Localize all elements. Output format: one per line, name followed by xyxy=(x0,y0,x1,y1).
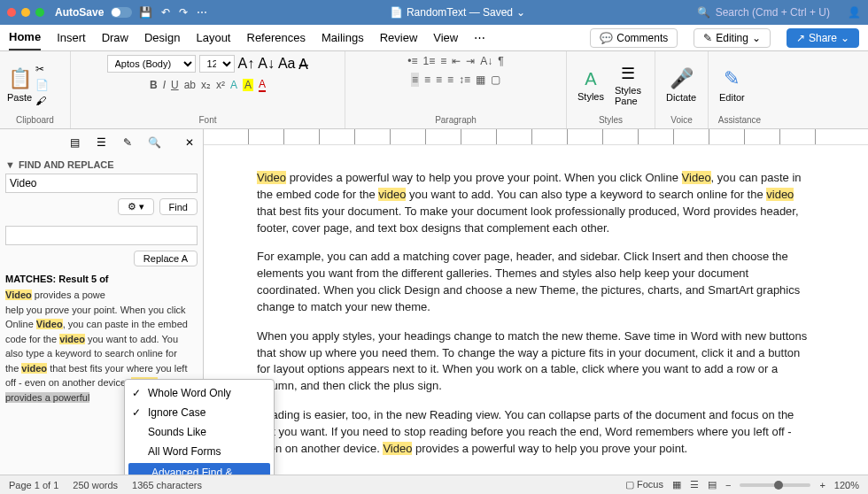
zoom-in[interactable]: + xyxy=(819,480,825,490)
editing-button[interactable]: ✎Editing⌄ xyxy=(694,28,771,48)
zoom-slider[interactable] xyxy=(740,483,810,487)
account-icon[interactable]: 👤 xyxy=(848,6,861,19)
justify-icon[interactable]: ≡ xyxy=(447,73,453,86)
focus-mode[interactable]: ▢ Focus xyxy=(625,479,663,490)
comment-icon: 💬 xyxy=(600,32,613,44)
review-tab-icon[interactable]: ✎ xyxy=(120,135,136,151)
find-input[interactable] xyxy=(5,174,198,193)
change-case-icon[interactable]: Aa xyxy=(278,56,296,72)
zoom-level[interactable]: 120% xyxy=(834,480,859,490)
clear-format-icon[interactable]: A̶ xyxy=(298,56,308,73)
styles-icon: A xyxy=(585,69,596,89)
menu-advanced-find[interactable]: Advanced Find & Replace... xyxy=(128,463,270,475)
comments-button[interactable]: 💬Comments xyxy=(590,28,678,48)
format-painter-icon[interactable]: 🖌 xyxy=(35,95,49,107)
maximize-window[interactable] xyxy=(35,8,44,17)
styles-pane-button[interactable]: ☰Styles Pane xyxy=(611,64,645,106)
char-count[interactable]: 1365 characters xyxy=(132,480,202,490)
underline-button[interactable]: U xyxy=(171,79,179,91)
document-title[interactable]: RandomText — Saved xyxy=(407,6,513,19)
decrease-indent-icon[interactable]: ⇤ xyxy=(452,55,461,67)
chevron-down-icon: ⌄ xyxy=(841,32,849,44)
numbering-icon[interactable]: 1≡ xyxy=(423,55,436,67)
shrink-font-icon[interactable]: A↓ xyxy=(258,56,275,72)
word-icon: 📄 xyxy=(390,6,403,19)
borders-icon[interactable]: ▢ xyxy=(491,73,500,86)
subscript-button[interactable]: x₂ xyxy=(201,79,211,91)
search-tab-icon[interactable]: 🔍 xyxy=(146,135,162,151)
align-right-icon[interactable]: ≡ xyxy=(436,73,442,86)
replace-input[interactable] xyxy=(5,226,198,245)
more-icon[interactable]: ⋯ xyxy=(197,6,207,19)
close-window[interactable] xyxy=(7,8,16,17)
menu-ignore-case[interactable]: Ignore Case xyxy=(125,403,274,422)
tab-insert[interactable]: Insert xyxy=(57,26,86,50)
align-left-icon[interactable]: ≡ xyxy=(411,73,419,87)
tab-references[interactable]: References xyxy=(247,26,306,50)
chevron-down-icon[interactable]: ⌄ xyxy=(516,6,525,19)
tab-home[interactable]: Home xyxy=(9,25,41,50)
view-outline-icon[interactable]: ▤ xyxy=(708,479,717,490)
tab-review[interactable]: Review xyxy=(380,26,418,50)
view-print-icon[interactable]: ▦ xyxy=(672,479,681,490)
page-indicator[interactable]: Page 1 of 1 xyxy=(9,480,58,490)
font-name-select[interactable]: Aptos (Body) xyxy=(107,55,196,73)
increase-indent-icon[interactable]: ⇥ xyxy=(466,55,475,67)
menu-sounds-like[interactable]: Sounds Like xyxy=(125,422,274,442)
search-box[interactable]: 🔍 Search (Cmd + Ctrl + U) xyxy=(697,6,830,19)
tabs-overflow[interactable]: ⋯ xyxy=(474,31,485,44)
zoom-out[interactable]: − xyxy=(725,480,731,490)
document-body[interactable]: Video provides a powerful way to help yo… xyxy=(204,145,868,475)
autosave-toggle[interactable] xyxy=(111,7,132,18)
undo-icon[interactable]: ↶ xyxy=(161,6,170,19)
headings-tab-icon[interactable]: ☰ xyxy=(93,135,109,151)
dictate-button[interactable]: 🎤Dictate xyxy=(663,67,700,103)
tab-draw[interactable]: Draw xyxy=(102,26,128,50)
redo-icon[interactable]: ↷ xyxy=(179,6,188,19)
minimize-window[interactable] xyxy=(21,8,30,17)
superscript-button[interactable]: x² xyxy=(216,79,225,91)
bold-button[interactable]: B xyxy=(150,79,158,91)
find-settings-button[interactable]: ⚙ ▾ xyxy=(118,198,154,215)
shading-icon[interactable]: ▦ xyxy=(476,73,485,86)
bullets-icon[interactable]: •≡ xyxy=(407,55,417,67)
traffic-lights xyxy=(7,8,44,17)
tab-view[interactable]: View xyxy=(433,26,458,50)
menu-all-word-forms[interactable]: All Word Forms xyxy=(125,442,274,461)
tab-design[interactable]: Design xyxy=(144,26,180,50)
tab-mailings[interactable]: Mailings xyxy=(322,26,364,50)
find-button[interactable]: Find xyxy=(159,198,198,215)
sort-icon[interactable]: A↓ xyxy=(480,55,492,67)
font-size-select[interactable]: 12 xyxy=(199,55,235,73)
copy-icon[interactable]: 📄 xyxy=(35,79,49,91)
show-marks-icon[interactable]: ¶ xyxy=(498,55,503,67)
mic-icon: 🎤 xyxy=(670,67,694,90)
font-color-icon[interactable]: A xyxy=(259,78,266,92)
paste-button[interactable]: 📋 Paste xyxy=(7,67,32,103)
thumbnails-tab-icon[interactable]: ▤ xyxy=(66,135,82,151)
save-icon[interactable]: 💾 xyxy=(139,6,152,19)
text-effects-icon[interactable]: A xyxy=(230,79,237,91)
italic-button[interactable]: I xyxy=(163,79,166,91)
multilevel-icon[interactable]: ≡ xyxy=(440,55,446,67)
line-spacing-icon[interactable]: ↕≡ xyxy=(459,73,470,86)
cut-icon[interactable]: ✂ xyxy=(35,63,49,75)
close-panel-icon[interactable]: ✕ xyxy=(182,135,198,151)
grow-font-icon[interactable]: A↑ xyxy=(238,56,255,72)
main-area: ▤ ☰ ✎ 🔍 ✕ ▼FIND AND REPLACE ⚙ ▾ Find Rep… xyxy=(0,129,868,475)
editor-button[interactable]: ✎Editor xyxy=(716,67,748,103)
paragraph: Reading is easier, too, in the new Readi… xyxy=(257,407,815,458)
highlight-icon[interactable]: A xyxy=(243,79,253,91)
word-count[interactable]: 250 words xyxy=(73,480,118,490)
replace-all-button[interactable]: Replace A xyxy=(134,251,198,266)
styles-button[interactable]: AStyles xyxy=(574,69,608,102)
matches-label: MATCHES: Result 5 of xyxy=(5,274,198,284)
menu-whole-word[interactable]: Whole Word Only xyxy=(125,383,274,403)
view-web-icon[interactable]: ☰ xyxy=(690,479,699,490)
share-button[interactable]: ↗Share⌄ xyxy=(787,28,859,48)
strikethrough-button[interactable]: ab xyxy=(184,79,196,91)
align-center-icon[interactable]: ≡ xyxy=(424,73,430,86)
tab-layout[interactable]: Layout xyxy=(196,26,230,50)
ruler[interactable] xyxy=(204,129,868,145)
panel-title: ▼FIND AND REPLACE xyxy=(5,159,198,170)
